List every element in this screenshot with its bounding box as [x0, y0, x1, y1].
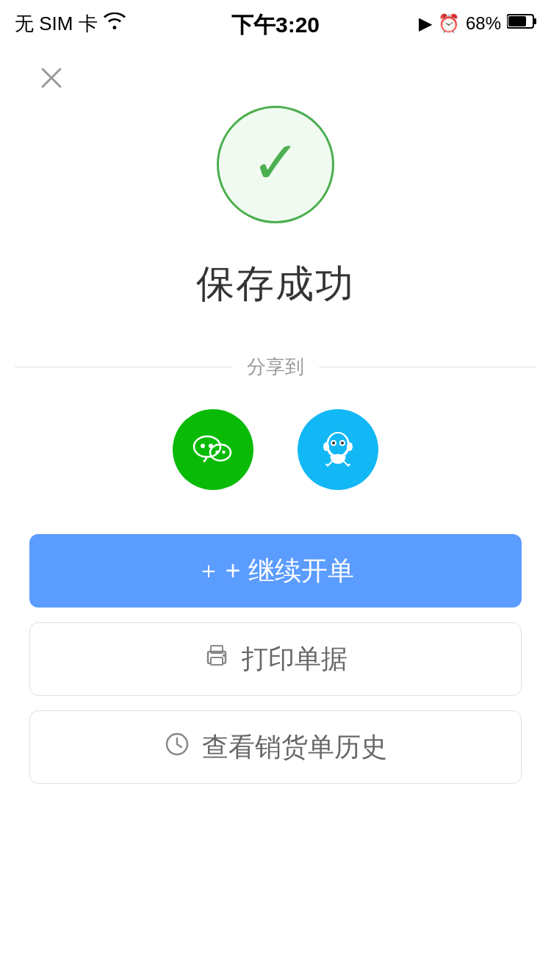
svg-point-15	[332, 442, 335, 444]
svg-rect-22	[211, 657, 223, 665]
continue-button[interactable]: ＋ + 继续开单	[29, 534, 522, 608]
svg-point-23	[223, 654, 226, 657]
battery-icon	[507, 13, 536, 34]
history-button[interactable]: 查看销货单历史	[29, 710, 522, 784]
checkmark-icon: ✓	[251, 134, 300, 192]
continue-label: + 继续开单	[225, 553, 353, 589]
share-section: 分享到	[0, 354, 551, 490]
status-left: 无 SIM 卡	[15, 11, 126, 37]
battery-text: 68%	[466, 13, 501, 34]
svg-point-6	[201, 444, 205, 448]
divider-line-right	[319, 367, 536, 367]
svg-point-19	[332, 454, 344, 460]
share-divider: 分享到	[0, 354, 551, 380]
status-time: 下午3:20	[231, 10, 320, 40]
main-content: ✓ 保存成功 分享到	[0, 47, 551, 784]
svg-point-17	[323, 442, 329, 451]
close-button[interactable]	[29, 56, 73, 100]
carrier-text: 无 SIM 卡	[15, 11, 98, 37]
svg-point-9	[215, 450, 218, 453]
svg-rect-2	[508, 16, 526, 26]
share-label: 分享到	[247, 354, 304, 380]
svg-point-5	[194, 436, 220, 457]
action-buttons: ＋ + 继续开单 打印单据 查看销货单历	[0, 534, 551, 784]
svg-point-16	[341, 442, 344, 444]
share-icons	[173, 409, 378, 490]
success-title: 保存成功	[196, 259, 355, 310]
success-circle: ✓	[217, 106, 334, 223]
alarm-icon: ⏰	[438, 13, 460, 34]
status-bar: 无 SIM 卡 下午3:20 ▶ ⏰ 68%	[0, 0, 551, 47]
history-label: 查看销货单历史	[202, 729, 387, 765]
svg-rect-1	[533, 18, 536, 24]
qq-share-button[interactable]	[298, 409, 378, 490]
wifi-icon	[104, 12, 126, 35]
print-label: 打印单据	[242, 641, 347, 677]
svg-point-10	[222, 450, 225, 453]
history-icon	[164, 731, 190, 763]
continue-icon: ＋	[197, 555, 220, 587]
svg-point-18	[347, 442, 353, 451]
status-right: ▶ ⏰ 68%	[419, 13, 536, 34]
wechat-share-button[interactable]	[173, 409, 253, 490]
print-icon	[204, 643, 230, 675]
divider-line-left	[15, 367, 232, 367]
print-button[interactable]: 打印单据	[29, 622, 522, 696]
location-icon: ▶	[419, 13, 432, 34]
